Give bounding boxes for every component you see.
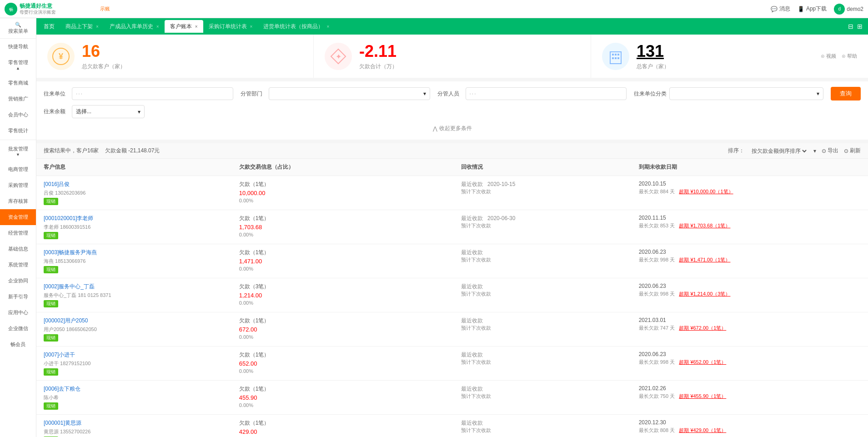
video-btn[interactable]: ⊙ 视频	[821, 53, 836, 60]
supplier-input[interactable]: ···	[72, 87, 233, 100]
tab-maximize-icon[interactable]: ⊞	[857, 23, 863, 30]
overdue-info-4: 2021.03.01 最长欠款 747 天 超期 ¥672.00（1笔）	[639, 317, 861, 332]
debt-amount-5[interactable]: 652.00	[239, 360, 461, 367]
tab-close-icon-4[interactable]: ×	[250, 24, 253, 29]
debt-count-2: 欠款（1笔）	[239, 249, 461, 256]
debt-amount-number: -2.11	[359, 42, 397, 61]
tab-close-icon-5[interactable]: ×	[326, 24, 329, 29]
overdue-amount-4[interactable]: 超期 ¥672.00（1笔）	[679, 325, 726, 331]
debt-amount-4[interactable]: 672.00	[239, 326, 461, 333]
customer-name-2[interactable]: [0003]畅捷服务尹海燕	[44, 249, 239, 256]
stat-card-actions: ⊙ 视频 ⊙ 帮助	[821, 53, 857, 60]
tab-customer-account[interactable]: 客户账本 ×	[165, 20, 203, 33]
sidebar-item-retail-stats[interactable]: 零售统计	[0, 123, 36, 139]
sidebar-item-batch-mgmt[interactable]: 批发管理 ▼	[0, 141, 36, 161]
filter-row-2: 往来余额 选择... ▾	[44, 105, 861, 118]
customer-name-6[interactable]: [0006]去下粮仓	[44, 385, 239, 393]
customer-name-3[interactable]: [0002]服务中心_丁磊	[44, 283, 239, 291]
debt-amount-0[interactable]: 10,000.00	[239, 190, 461, 196]
overdue-amount-2[interactable]: 超期 ¥1,471.00（1笔）	[679, 257, 730, 262]
overdue-amount-5[interactable]: 超期 ¥652.00（1笔）	[679, 359, 726, 365]
export-btn[interactable]: ⊙ 导出	[822, 147, 838, 155]
download-icon: 📱	[798, 6, 804, 12]
sidebar-item-sys-mgmt[interactable]: 系统管理	[0, 257, 36, 273]
debt-count-5: 欠款（1笔）	[239, 351, 461, 359]
tab-purchase-order[interactable]: 采购订单统计表 ×	[203, 20, 258, 33]
debt-percent-1: 0.00%	[239, 232, 461, 237]
tab-production[interactable]: 产成品入库单历史 ×	[104, 20, 165, 33]
refresh-icon: ⊙	[844, 148, 848, 154]
sidebar-item-corp-collab[interactable]: 企业协同	[0, 273, 36, 289]
tab-home[interactable]: 首页	[38, 20, 60, 33]
debt-amount-3[interactable]: 1,214.00	[239, 292, 461, 299]
payback-label-7: 最近收款	[461, 419, 639, 427]
customer-name-5[interactable]: [0007]小进干	[44, 351, 239, 359]
overdue-amount-6[interactable]: 超期 ¥455.90（1笔）	[679, 393, 726, 399]
tab-purchase-stats[interactable]: 进货单统计表（按商品） ×	[258, 20, 335, 33]
category-input[interactable]: ▾	[669, 87, 823, 100]
tab-close-icon-2[interactable]: ×	[156, 24, 159, 29]
user-avatar-btn[interactable]: d demo2	[834, 4, 863, 15]
customer-name-7[interactable]: [000001]黄思源	[44, 419, 239, 427]
sidebar-item-inventory[interactable]: 库存核算	[0, 193, 36, 209]
debt-amount-2[interactable]: 1,471.00	[239, 258, 461, 265]
tab-close-icon[interactable]: ×	[96, 24, 99, 29]
debt-amount-1[interactable]: 1,703.68	[239, 224, 461, 231]
overdue-date-0: 2020.10.15	[639, 181, 861, 187]
overdue-amount-3[interactable]: 超期 ¥1,214.00（3笔）	[679, 291, 730, 296]
sidebar-item-basic-info[interactable]: 基础信息	[0, 241, 36, 257]
debt-amount-7[interactable]: 429.00	[239, 428, 461, 435]
stat-card-debt-amount: ✦ -2.11 欠款合计（万）	[314, 35, 591, 78]
refresh-btn[interactable]: ⊙ 刷新	[844, 147, 861, 155]
sidebar-item-member-center[interactable]: 会员中心	[0, 107, 36, 123]
search-button[interactable]: 查询	[831, 87, 861, 100]
customer-name-0[interactable]: [0016]吕俊	[44, 181, 239, 188]
sidebar-item-corp-wechat[interactable]: 企业微信	[0, 321, 36, 337]
page-content: ¥ 16 总欠款客户（家） ✦ -2.11 欠款合计（万）	[36, 35, 868, 437]
overdue-info-0: 2020.10.15 最长欠款 884 天 超期 ¥10,000.00（1笔）	[639, 181, 861, 195]
person-input[interactable]: ···	[466, 87, 627, 100]
sidebar-item-retail-mgmt[interactable]: 零售管理 ▲	[0, 55, 36, 75]
debt-info-0: 欠款（1笔） 10,000.00 0.00%	[239, 181, 461, 203]
supplier-label: 往来单位	[44, 90, 69, 98]
customer-name-1[interactable]: [0001020001]李老师	[44, 215, 239, 222]
sidebar-item-quick-nav[interactable]: 快捷导航	[0, 39, 36, 55]
result-bar-actions: 排序： 按欠款金额倒序排序 ▾ ⊙ 导出 ⊙ 刷新	[728, 147, 861, 155]
debt-amount-6[interactable]: 455.90	[239, 394, 461, 401]
tab-close-icon-3[interactable]: ×	[195, 24, 198, 29]
sort-select[interactable]: 按欠款金额倒序排序	[750, 147, 808, 155]
expand-icon-2: ▼	[2, 152, 34, 157]
tab-minimize-icon[interactable]: ⊟	[848, 23, 853, 30]
sidebar-item-ecommerce[interactable]: 电商管理	[0, 161, 36, 177]
payback-label-5: 最近收款	[461, 351, 639, 359]
sidebar-item-retail-mall[interactable]: 零售商城	[0, 75, 36, 91]
sidebar-item-marketing[interactable]: 营销推广	[0, 91, 36, 107]
overdue-amount-1[interactable]: 超期 ¥1,703.68（1笔）	[679, 223, 730, 228]
payback-label-1: 最近收款 2020-06-30	[461, 215, 639, 222]
dept-input[interactable]: ▾	[269, 87, 430, 100]
collapse-filters-btn[interactable]: ⋀ 收起更多条件	[44, 123, 861, 134]
overdue-days-6: 最长欠款 750 天 超期 ¥455.90（1笔）	[639, 393, 861, 400]
svg-rect-8	[615, 54, 617, 55]
help-btn[interactable]: ⊙ 帮助	[842, 53, 857, 60]
sidebar-item-finance[interactable]: 资金管理	[0, 209, 36, 225]
tab-products[interactable]: 商品上下架 ×	[60, 20, 104, 33]
search-menu-btn[interactable]: 🔍 搜索菜单	[0, 18, 36, 39]
balance-select[interactable]: 选择... ▾	[72, 105, 145, 118]
sidebar-item-app-center[interactable]: 应用中心	[0, 305, 36, 321]
balance-label: 往来余额	[44, 108, 69, 116]
app-download-btn[interactable]: 📱 App下载	[798, 5, 827, 13]
overdue-amount-0[interactable]: 超期 ¥10,000.00（1笔）	[679, 189, 733, 194]
sidebar-item-purchase-mgmt[interactable]: 采购管理	[0, 177, 36, 193]
customer-name-4[interactable]: [000002]用户2050	[44, 317, 239, 325]
messages-btn[interactable]: 💬 消息	[771, 5, 790, 13]
payback-next-3: 预计下次收款	[461, 291, 639, 297]
sidebar-item-ops-mgmt[interactable]: 经营管理	[0, 225, 36, 241]
overdue-date-6: 2021.02.26	[639, 385, 861, 392]
overdue-amount-7[interactable]: 超期 ¥429.00（1笔）	[679, 427, 726, 433]
overdue-info-1: 2020.11.15 最长欠款 853 天 超期 ¥1,703.68（1笔）	[639, 215, 861, 229]
overdue-info-6: 2021.02.26 最长欠款 750 天 超期 ¥455.90（1笔）	[639, 385, 861, 400]
sidebar-item-new-guide[interactable]: 新手引导	[0, 289, 36, 305]
sidebar-toggle[interactable]: 示账	[100, 5, 110, 12]
sidebar-item-vip[interactable]: 畅会员	[0, 337, 36, 352]
